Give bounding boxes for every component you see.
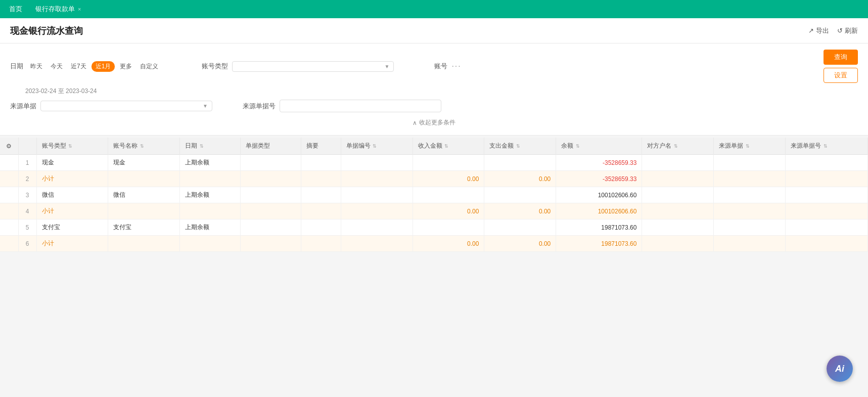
table-row: 6小计0.000.0019871073.60 (0, 236, 868, 252)
subtotal-label: 小计 (42, 207, 54, 214)
table-cell-idx: 6 (18, 236, 36, 252)
table-cell-doc_type (241, 236, 301, 252)
collapse-arrow-icon: ∧ (413, 119, 417, 126)
nav-tab[interactable]: 银行存取款单× (29, 0, 100, 18)
account-type-filter-group: 账号类型 ▼ (202, 61, 394, 72)
table-header: ⚙账号类型 ⇅账号名称 ⇅日期 ⇅单据类型摘要单据编号 ⇅收入金额 ⇅支出金额 … (0, 138, 868, 155)
account-type-select[interactable]: ▼ (232, 61, 394, 72)
table-row: 4小计0.000.00100102606.60 (0, 203, 868, 219)
table-cell-source_doc (714, 171, 786, 187)
query-button[interactable]: 查询 (824, 50, 858, 65)
table-cell-doc_no (341, 187, 413, 203)
top-navigation: 首页 收款单×付款单×其他收入单×应收应付调整单×银行存取款单×预收冲应收单×收… (0, 0, 868, 18)
source-doc-no-input[interactable] (280, 100, 441, 112)
table-cell-date: 上期余额 (180, 155, 241, 171)
table-cell-expense (484, 155, 556, 171)
table-cell-account_type: 小计 (36, 171, 108, 187)
account-type-label: 账号类型 (202, 62, 228, 71)
table-column-expense[interactable]: 支出金额 ⇅ (484, 138, 556, 155)
table-cell-expense: 0.00 (484, 171, 556, 187)
table-column-source_doc[interactable]: 来源单据 ⇅ (714, 138, 786, 155)
table-cell-source_doc_no (786, 171, 868, 187)
refresh-button[interactable]: ↺ 刷新 (837, 26, 858, 35)
table-cell-source_doc (714, 236, 786, 252)
table-column-income[interactable]: 收入金额 ⇅ (413, 138, 484, 155)
table-cell-balance: 19871073.60 (556, 219, 642, 236)
table-cell-date: 上期余额 (180, 187, 241, 203)
sort-icon: ⇅ (672, 144, 678, 149)
table-cell-idx: 3 (18, 187, 36, 203)
sort-icon: ⇅ (67, 144, 73, 149)
source-doc-label: 来源单据 (10, 102, 36, 111)
table-cell-counterpart (642, 236, 714, 252)
action-buttons: 查询 设置 (824, 50, 858, 83)
table-cell-date (180, 203, 241, 219)
settings-gear-icon[interactable]: ⚙ (6, 143, 12, 150)
table-cell-doc_type (241, 187, 301, 203)
table-column-source_doc_no[interactable]: 来源单据号 ⇅ (786, 138, 868, 155)
sort-icon: ⇅ (574, 144, 580, 149)
data-table: ⚙账号类型 ⇅账号名称 ⇅日期 ⇅单据类型摘要单据编号 ⇅收入金额 ⇅支出金额 … (0, 138, 868, 252)
table-cell-income (413, 155, 484, 171)
table-cell-counterpart (642, 187, 714, 203)
date-option-btn[interactable]: 更多 (117, 61, 135, 72)
table-column-account_type[interactable]: 账号类型 ⇅ (36, 138, 108, 155)
export-icon: ↗ (808, 27, 814, 34)
date-label: 日期 (10, 62, 23, 71)
table-cell-income: 0.00 (413, 171, 484, 187)
table-column-counterpart[interactable]: 对方户名 ⇅ (642, 138, 714, 155)
export-button[interactable]: ↗ 导出 (808, 26, 829, 35)
table-cell-source_doc_no (786, 187, 868, 203)
setting-button[interactable]: 设置 (824, 68, 858, 83)
date-option-btn[interactable]: 昨天 (27, 61, 45, 72)
date-option-btn[interactable]: 自定义 (137, 61, 161, 72)
table-column-date[interactable]: 日期 ⇅ (180, 138, 241, 155)
table-column-summary: 摘要 (301, 138, 341, 155)
table-cell-gear (0, 236, 18, 252)
table-cell-summary (301, 187, 341, 203)
date-option-btn[interactable]: 近1月 (92, 61, 115, 72)
table-cell-idx: 2 (18, 171, 36, 187)
nav-tab-label: 银行存取款单 (35, 5, 75, 14)
account-label: 账号 (434, 62, 447, 71)
table-column-balance[interactable]: 余额 ⇅ (556, 138, 642, 155)
table-cell-account_type: 小计 (36, 203, 108, 219)
table-cell-expense (484, 219, 556, 236)
account-more-button[interactable]: ··· (451, 62, 461, 71)
date-option-btn[interactable]: 今天 (48, 61, 66, 72)
filter-area: 日期 昨天今天近7天近1月更多自定义 账号类型 ▼ 账号 ··· 查询 设置 2… (0, 43, 868, 136)
table-body: 1现金现金上期余额-3528659.332小计0.000.00-3528659.… (0, 155, 868, 252)
close-icon[interactable]: × (78, 6, 81, 12)
table-cell-account_type: 小计 (36, 236, 108, 252)
date-filter-group: 日期 昨天今天近7天近1月更多自定义 (10, 61, 161, 72)
nav-home[interactable]: 首页 (2, 0, 29, 18)
date-option-btn[interactable]: 近7天 (68, 61, 89, 72)
table-column-account_name[interactable]: 账号名称 ⇅ (108, 138, 180, 155)
table-cell-gear (0, 155, 18, 171)
page-header: 现金银行流水查询 ↗ 导出 ↺ 刷新 (0, 18, 868, 43)
table-cell-income (413, 187, 484, 203)
sort-icon: ⇅ (744, 144, 750, 149)
table-column-doc_type: 单据类型 (241, 138, 301, 155)
table-cell-source_doc (714, 187, 786, 203)
table-cell-income (413, 219, 484, 236)
collapse-bar[interactable]: ∧ 收起更多条件 (10, 116, 858, 129)
table-cell-expense: 0.00 (484, 203, 556, 219)
source-doc-select[interactable]: ▼ (40, 101, 212, 111)
date-range-display: 2023-02-24 至 2023-03-24 (25, 87, 97, 95)
refresh-icon: ↺ (837, 27, 843, 34)
source-doc-no-label: 来源单据号 (243, 102, 276, 111)
table-cell-source_doc_no (786, 236, 868, 252)
subtotal-label: 小计 (42, 240, 54, 247)
page-title: 现金银行流水查询 (10, 25, 83, 37)
table-row: 1现金现金上期余额-3528659.33 (0, 155, 868, 171)
table-cell-date (180, 171, 241, 187)
table-cell-source_doc (714, 203, 786, 219)
table-cell-source_doc_no (786, 219, 868, 236)
table-cell-account_type: 现金 (36, 155, 108, 171)
table-cell-date (180, 236, 241, 252)
table-cell-counterpart (642, 219, 714, 236)
table-cell-counterpart (642, 203, 714, 219)
table-cell-summary (301, 155, 341, 171)
table-column-doc_no[interactable]: 单据编号 ⇅ (341, 138, 413, 155)
